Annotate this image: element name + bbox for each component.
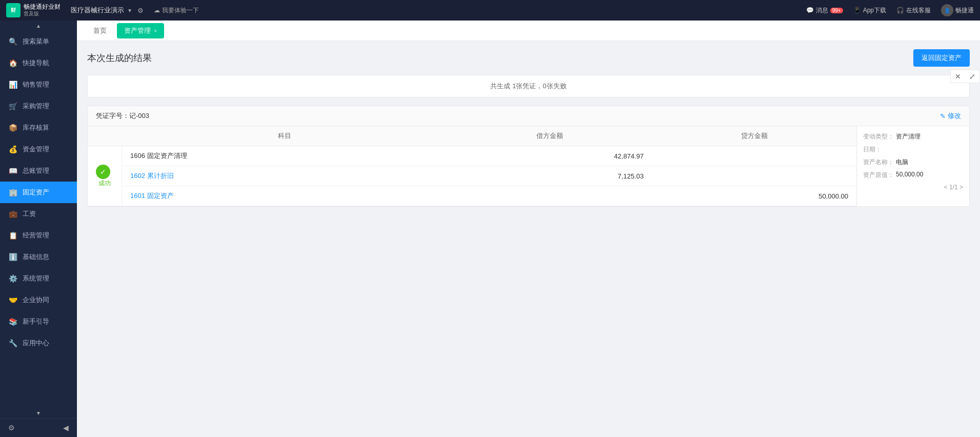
user-btn[interactable]: 👤 畅捷通 [941,4,974,16]
sidebar-item-search[interactable]: 🔍 搜索菜单 [0,31,77,52]
asset-name-label: 资产名称： [863,158,894,167]
sidebar-item-inventory[interactable]: 📦 库存核算 [0,117,77,138]
home-icon: 🏠 [8,59,17,67]
sidebar-item-fixed-assets[interactable]: 🏢 固定资产 [0,182,77,203]
username: 畅捷通 [955,6,974,15]
original-value-value: 50,000.00 [896,171,923,180]
sidebar-item-quick-nav[interactable]: 🏠 快捷导航 [0,52,77,74]
voucher-card: 凭证字号：记-003 ✎ 修改 科目 [87,106,970,207]
app-logo: 财 畅捷通好业财 普及版 [6,3,61,17]
change-type-label: 变动类型： [863,132,894,141]
original-value-label: 资产原值： [863,171,894,180]
voucher-main: 科目 借方金额 贷方金额 ✓ 成功 [88,126,856,206]
capital-icon: 💰 [8,145,17,153]
sidebar-item-basics[interactable]: ℹ️ 基础信息 [0,246,77,268]
avatar: 👤 [941,4,953,16]
experience-btn[interactable]: ☁ 我要体验一下 [154,6,199,15]
sidebar-item-label: 销售管理 [23,80,49,89]
app-download-label: App下载 [863,6,886,15]
sidebar-item-label: 库存核算 [23,123,49,132]
sidebar-settings-icon[interactable]: ⚙ [8,424,15,432]
fixed-assets-icon: 🏢 [8,188,17,196]
app-download-btn[interactable]: 📱 App下载 [853,6,886,15]
table-row: 1601 固定资产 50,000.00 [88,186,856,206]
message-badge: 99+ [830,8,843,13]
sidebar-item-guide[interactable]: 📚 新手引导 [0,311,77,332]
tab-close-icon[interactable]: × [154,28,157,34]
search-icon: 🔍 [8,37,17,46]
sidebar-item-label: 经营管理 [23,231,49,240]
sidebar-items: 🔍 搜索菜单 🏠 快捷导航 📊 销售管理 🛒 采购管理 📦 库存核算 💰 [0,31,77,408]
logo-text-block: 畅捷通好业财 普及版 [24,3,61,17]
sidebar-item-capital[interactable]: 💰 资金管理 [0,138,77,160]
debit-3 [447,186,652,206]
sidebar-item-operations[interactable]: 📋 经营管理 [0,225,77,246]
sidebar-scroll-down[interactable]: ▼ [0,408,77,418]
pagination-text: < 1/1 > [944,184,963,191]
ledger-icon: 📖 [8,167,17,175]
sidebar-item-label: 搜索菜单 [23,37,49,46]
company-selector[interactable]: 医疗器械行业演示 ▼ [71,6,132,15]
voucher-side-panel: 变动类型： 资产清理 日期： 资产名称： 电脑 资产原值： [856,126,969,206]
purchase-icon: 🛒 [8,102,17,110]
change-type-value: 资产清理 [896,132,921,141]
table-header-row: 科目 借方金额 贷方金额 [88,126,856,146]
sidebar-item-label: 资金管理 [23,145,49,154]
sidebar-item-label: 企业协同 [23,295,49,305]
sidebar-item-label: 固定资产 [23,188,49,197]
panel-close-btn[interactable]: ✕ [951,70,965,83]
th-status [88,126,122,146]
sidebar-item-sales[interactable]: 📊 销售管理 [0,74,77,95]
sidebar-item-label: 快捷导航 [23,58,49,68]
sidebar-item-label: 应用中心 [23,339,49,348]
credit-2 [652,166,856,186]
inventory-icon: 📦 [8,124,17,132]
sales-icon: 📊 [8,81,17,89]
logo-icon: 财 [6,3,21,17]
tab-asset-management[interactable]: 资产管理 × [117,23,164,38]
side-asset-name: 资产名称： 电脑 [863,158,963,167]
table-row: ✓ 成功 1606 固定资产清理 42,874.97 [88,146,856,166]
sidebar-item-label: 总账管理 [23,166,49,175]
side-pagination[interactable]: < 1/1 > [863,184,963,191]
subject-2: 1602 累计折旧 [122,166,448,186]
credit-3: 50,000.00 [652,186,856,206]
sidebar-item-ledger[interactable]: 📖 总账管理 [0,160,77,182]
sidebar-item-system[interactable]: ⚙️ 系统管理 [0,268,77,289]
online-service-btn[interactable]: 🎧 在线客服 [896,6,931,15]
message-label: 消息 [816,6,828,15]
sidebar-item-payroll[interactable]: 💼 工资 [0,203,77,225]
side-original-value: 资产原值： 50,000.00 [863,171,963,180]
company-settings-icon[interactable]: ⚙ [137,7,144,14]
enterprise-icon: 🤝 [8,296,17,304]
sidebar-item-label: 工资 [23,209,36,218]
asset-name-value: 电脑 [896,158,908,167]
message-btn[interactable]: 💬 消息 99+ [806,6,843,15]
th-debit: 借方金额 [447,126,652,146]
date-label: 日期： [863,145,882,154]
table-row: 1602 累计折旧 7,125.03 [88,166,856,186]
basics-icon: ℹ️ [8,253,17,261]
experience-label: 我要体验一下 [162,6,199,15]
tabbar: 首页 资产管理 × [77,21,980,41]
subject-1: 1606 固定资产清理 [122,146,448,166]
sidebar-item-app-center[interactable]: 🔧 应用中心 [0,332,77,354]
sidebar: ▲ 🔍 搜索菜单 🏠 快捷导航 📊 销售管理 🛒 采购管理 📦 库存核算 [0,21,77,437]
panel-expand-btn[interactable]: ⤢ [965,70,979,83]
app-download-icon: 📱 [853,7,861,14]
sidebar-scroll-up[interactable]: ▲ [0,21,77,31]
tab-home[interactable]: 首页 [85,22,115,39]
sidebar-item-label: 基础信息 [23,252,49,262]
edit-button[interactable]: ✎ 修改 [940,111,961,121]
sidebar-item-purchase[interactable]: 🛒 采购管理 [0,95,77,117]
guide-icon: 📚 [8,317,17,326]
topbar-right: 💬 消息 99+ 📱 App下载 🎧 在线客服 👤 畅捷通 [806,4,974,16]
company-dropdown-arrow: ▼ [127,8,132,13]
sidebar-item-enterprise[interactable]: 🤝 企业协同 [0,289,77,311]
summary-content: 共生成 1张凭证，0张失败 [490,82,566,90]
page-header: 本次生成的结果 返回固定资产 [87,49,970,67]
return-button[interactable]: 返回固定资产 [913,49,970,67]
voucher-data-table: 科目 借方金额 贷方金额 ✓ 成功 [88,126,856,206]
side-date: 日期： [863,145,963,154]
sidebar-collapse-icon[interactable]: ◀ [63,424,69,432]
